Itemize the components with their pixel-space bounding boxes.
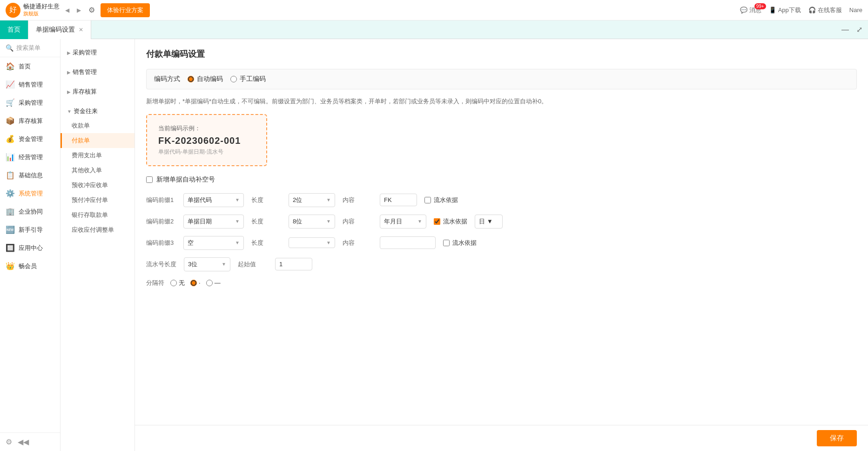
sidebar-sales-label: 销售管理 (19, 81, 43, 89)
auto-code-radio[interactable] (188, 76, 194, 82)
trial-button[interactable]: 体验行业方案 (101, 3, 150, 17)
content3-input[interactable] (380, 236, 436, 249)
brand-name: 畅捷通好生意 (23, 3, 60, 10)
nav-forward-arrow[interactable]: ▶ (75, 5, 83, 15)
tab-home[interactable]: 首页 (0, 20, 28, 39)
sub-item-receipt[interactable]: 收款单 (61, 118, 135, 133)
content-area: 付款单编码设置 编码方式 自动编码 手工编码 (135, 39, 868, 425)
top-header: 好 畅捷通好生意 旗舰版 ◀ ▶ ⚙ 体验行业方案 💬 消息 99+ 📱 App… (0, 0, 868, 20)
content1-input[interactable] (380, 194, 417, 206)
sidebar-operations-label: 经营管理 (19, 153, 43, 162)
sidebar-home-label: 首页 (19, 62, 31, 71)
length3-dropdown-arrow: ▼ (326, 240, 331, 245)
prefix3-row: 编码前缀3 空 ▼ 长度 ▼ 内容 (146, 236, 857, 250)
inventory-group-arrow: ▶ (67, 89, 71, 94)
other-income-label: 其他收入单 (72, 167, 102, 174)
brand-icon: 好 (6, 3, 20, 18)
sidebar-purchase-label: 采购管理 (19, 99, 43, 107)
brand-logo: 好 畅捷通好生意 旗舰版 (6, 3, 60, 18)
length2-select[interactable]: 8位 ▼ (289, 215, 335, 229)
manual-code-option[interactable]: 手工编码 (230, 75, 266, 83)
sub-item-expense[interactable]: 费用支出单 (61, 148, 135, 163)
prefix1-value: 单据代码 (188, 196, 212, 204)
stream2-unit-select[interactable]: 日 ▼ (475, 215, 503, 229)
prefix1-row: 编码前缀1 单据代码 ▼ 长度 2位 ▼ 内容 (146, 193, 857, 207)
prefix3-select[interactable]: 空 ▼ (183, 236, 244, 250)
content2-select[interactable]: 年月日 ▼ (380, 215, 426, 229)
sub-item-advance-payable[interactable]: 预付冲应付单 (61, 193, 135, 208)
app-label: App下载 (778, 6, 801, 14)
save-button[interactable]: 保存 (817, 430, 857, 446)
sidebar-item-corp[interactable]: 🏢 企业协同 (0, 202, 60, 221)
length3-select[interactable]: ▼ (289, 237, 335, 248)
message-button[interactable]: 💬 消息 99+ (740, 6, 761, 14)
manual-code-radio[interactable] (230, 76, 237, 82)
sidebar-item-purchase[interactable]: 🛒 采购管理 (0, 94, 60, 112)
length1-value: 2位 (293, 196, 302, 204)
code-preview-box: 当前编码示例： FK-20230602-001 单据代码-单据日期-流水号 (146, 114, 267, 166)
sep-none-option[interactable]: 无 (170, 279, 185, 287)
auto-code-label: 自动编码 (197, 75, 223, 83)
sidebar-item-sales[interactable]: 📈 销售管理 (0, 75, 60, 94)
content3-label: 内容 (343, 239, 372, 247)
sub-item-other-income[interactable]: 其他收入单 (61, 163, 135, 178)
sub-group-inventory: ▶ 库存核算 (61, 82, 135, 101)
sub-item-adjustment[interactable]: 应收应付调整单 (61, 222, 135, 237)
sidebar-inventory-label: 库存核算 (19, 117, 43, 125)
prefix2-value: 单据日期 (188, 217, 212, 226)
sep-none-radio[interactable] (170, 280, 177, 286)
sub-item-payment[interactable]: 付款单 (61, 133, 135, 148)
sub-group-inventory-title[interactable]: ▶ 库存核算 (61, 85, 135, 99)
stream2-checkbox[interactable] (434, 218, 440, 225)
auto-code-option[interactable]: 自动编码 (188, 75, 223, 83)
length1-select[interactable]: 2位 ▼ (289, 193, 335, 207)
prefix2-select[interactable]: 单据日期 ▼ (183, 215, 244, 229)
stream3-check-group: 流水依据 (443, 239, 477, 247)
stream1-checkbox[interactable] (424, 197, 431, 203)
sidebar-item-system[interactable]: ⚙️ 系统管理 (0, 184, 60, 202)
sidebar-item-guide[interactable]: 🆕 新手引导 (0, 221, 60, 239)
sidebar-item-apps[interactable]: 🔲 应用中心 (0, 239, 60, 257)
sidebar-item-operations[interactable]: 📊 经营管理 (0, 148, 60, 166)
tab-maximize-icon[interactable]: ⤢ (855, 23, 864, 36)
app-download-button[interactable]: 📱 App下载 (769, 6, 801, 14)
sep-dot-option[interactable]: · (190, 279, 201, 286)
length2-value: 8位 (293, 217, 302, 226)
sub-group-fund-title[interactable]: ▼ 资金往来 (61, 104, 135, 118)
sub-item-advance-receivable[interactable]: 预收冲应收单 (61, 178, 135, 193)
tab-close-icon[interactable]: ✕ (79, 27, 83, 33)
sidebar-item-member[interactable]: 👑 畅会员 (0, 257, 60, 275)
sub-group-purchase-title[interactable]: ▶ 采购管理 (61, 46, 135, 60)
prefix3-label: 编码前缀3 (146, 239, 176, 247)
sep-dot-radio[interactable] (190, 280, 197, 286)
online-service-button[interactable]: 🎧 在线客服 (808, 6, 842, 14)
user-info[interactable]: Nare (849, 7, 862, 13)
tab-encoding-settings[interactable]: 单据编码设置 ✕ (28, 20, 91, 39)
sub-group-sales-title[interactable]: ▶ 销售管理 (61, 65, 135, 79)
content2-label: 内容 (343, 217, 372, 226)
settings-icon[interactable]: ⚙ (87, 4, 97, 16)
sidebar-item-inventory[interactable]: 📦 库存核算 (0, 112, 60, 130)
sep-dash-option[interactable]: — (206, 279, 221, 286)
sidebar-settings-icon[interactable]: ⚙ (6, 438, 12, 446)
tab-minimize-icon[interactable]: — (840, 24, 851, 36)
sidebar-item-basic[interactable]: 📋 基础信息 (0, 166, 60, 184)
home-icon: 🏠 (6, 62, 15, 71)
stream3-checkbox[interactable] (443, 240, 450, 246)
sep-dash-radio[interactable] (206, 280, 213, 286)
prefix2-dropdown-arrow: ▼ (235, 219, 240, 224)
start-value-input[interactable] (275, 258, 312, 270)
sub-item-bank[interactable]: 银行存取款单 (61, 208, 135, 222)
serial-length-select[interactable]: 3位 ▼ (184, 257, 230, 271)
sidebar-item-finance[interactable]: 💰 资金管理 (0, 130, 60, 148)
sidebar-search[interactable]: 🔍 搜索菜单 (0, 39, 60, 57)
prefix1-select[interactable]: 单据代码 ▼ (183, 193, 244, 207)
header-left: 好 畅捷通好生意 旗舰版 ◀ ▶ ⚙ 体验行业方案 (6, 3, 150, 18)
auto-fill-checkbox[interactable] (146, 176, 153, 183)
nav-back-arrow[interactable]: ◀ (63, 5, 71, 15)
service-icon: 🎧 (808, 7, 816, 13)
sidebar-apps-label: 应用中心 (19, 244, 43, 252)
sidebar-item-home[interactable]: 🏠 首页 (0, 57, 60, 75)
member-icon: 👑 (6, 262, 15, 270)
sidebar-collapse-icon[interactable]: ◀◀ (18, 438, 29, 446)
